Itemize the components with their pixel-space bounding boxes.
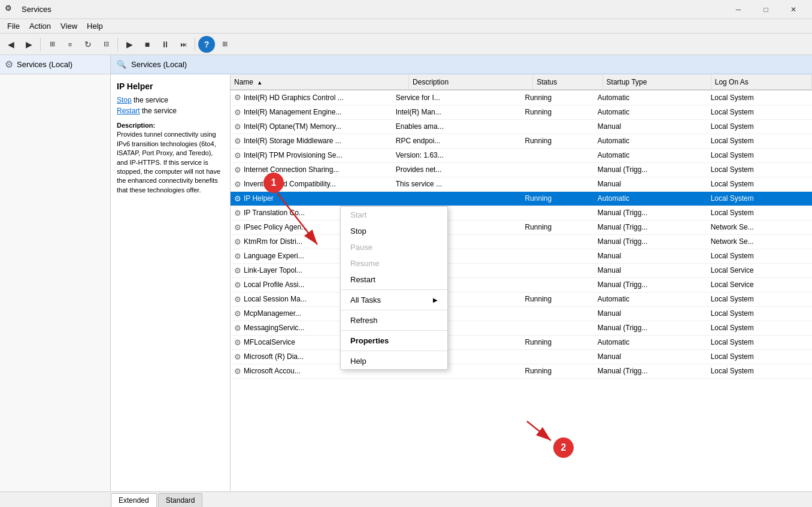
context-menu-item-refresh[interactable]: Refresh xyxy=(341,312,447,328)
cell-desc: RPC endpoi... xyxy=(392,134,522,148)
col-startup[interactable]: Startup Type xyxy=(602,74,711,90)
menu-help[interactable]: Help xyxy=(82,20,108,32)
col-description[interactable]: Description xyxy=(409,74,533,90)
cell-status: Running xyxy=(521,105,593,119)
menu-action[interactable]: Action xyxy=(25,20,56,32)
table-row[interactable]: ⚙Inventory and Compatibility...This serv… xyxy=(231,177,812,191)
list-button[interactable]: ≡ xyxy=(62,36,78,53)
services-local-icon: ⚙ xyxy=(5,59,13,70)
gear-icon: ⚙ xyxy=(234,237,241,246)
table-row[interactable]: ⚙Intel(R) Management Engine...Intel(R) M… xyxy=(231,105,812,119)
forward-button[interactable]: ▶ xyxy=(20,36,37,53)
cell-startup: Manual (Trigg... xyxy=(594,277,707,292)
col-name[interactable]: Name ▲ xyxy=(231,74,409,90)
close-button[interactable]: ✕ xyxy=(780,0,807,19)
cell-desc: Service for I... xyxy=(392,90,522,105)
context-menu-separator xyxy=(341,310,447,310)
cell-startup: Manual xyxy=(594,263,707,277)
table-row[interactable]: ⚙Link-Layer Topol...ManualLocal Service xyxy=(231,263,812,277)
table-row[interactable]: ⚙McpManagemer...ManualLocal System xyxy=(231,306,812,321)
stop-button[interactable]: ■ xyxy=(139,36,156,53)
cell-logon: Local System xyxy=(707,349,812,364)
cell-startup: Manual xyxy=(594,119,707,134)
table-row[interactable]: ⚙MessagingServic...Manual (Trigg...Local… xyxy=(231,321,812,335)
properties-button[interactable]: ⊞ xyxy=(216,36,233,53)
col-status[interactable]: Status xyxy=(533,74,602,90)
table-row[interactable]: ⚙Intel(R) Storage Middleware ...RPC endp… xyxy=(231,134,812,148)
table-header-row: Name ▲ Description Status Startup Type L… xyxy=(231,74,812,90)
cell-status xyxy=(521,263,593,277)
cell-logon: Network Se... xyxy=(707,234,812,249)
context-menu-item-all-tasks[interactable]: All Tasks▶ xyxy=(341,292,447,308)
sort-arrow: ▲ xyxy=(257,80,262,86)
table-row[interactable]: ⚙Language Experi...ManualLocal System xyxy=(231,249,812,263)
cell-status: Running xyxy=(521,134,593,148)
cell-logon: Local System xyxy=(707,364,812,378)
table-row[interactable]: ⚙IPsec Policy Agen...RunningManual (Trig… xyxy=(231,220,812,234)
cell-logon: Local System xyxy=(707,134,812,148)
table-row[interactable]: ⚙Intel(R) Optane(TM) Memory...Enables am… xyxy=(231,119,812,134)
cell-status xyxy=(521,206,593,220)
content-split: IP Helper Stop the service Restart the s… xyxy=(111,74,812,491)
tab-standard[interactable]: Standard xyxy=(158,493,203,507)
tab-extended[interactable]: Extended xyxy=(111,493,157,507)
play-button[interactable]: ▶ xyxy=(121,36,138,53)
context-menu-item-start: Start xyxy=(341,207,447,223)
cell-status xyxy=(521,119,593,134)
context-menu-item-pause: Pause xyxy=(341,239,447,255)
stop-service-link[interactable]: Stop xyxy=(117,96,132,104)
left-panel-title: Services (Local) xyxy=(17,60,72,69)
context-menu-separator xyxy=(341,289,447,290)
back-button[interactable]: ◀ xyxy=(2,36,19,53)
help-button[interactable]: ? xyxy=(198,36,215,53)
table-row[interactable]: ⚙IP HelperRunningAutomaticLocal System xyxy=(231,191,812,206)
cell-name: ⚙Intel(R) Storage Middleware ... xyxy=(231,134,392,148)
table-row[interactable]: ⚙Local Profile Assi...Manual (Trigg...Lo… xyxy=(231,277,812,292)
table-scroll[interactable]: ⚙Intel(R) HD Graphics Control ...Service… xyxy=(231,90,812,491)
cell-status xyxy=(521,148,593,162)
table-row[interactable]: ⚙Internet Connection Sharing...Provides … xyxy=(231,162,812,177)
table-row[interactable]: ⚙MFLocalServiceRunningAutomaticLocal Sys… xyxy=(231,335,812,349)
restart-button[interactable]: ⏭ xyxy=(175,36,192,53)
col-logon[interactable]: Log On As xyxy=(711,74,811,90)
table-row[interactable]: ⚙Intel(R) HD Graphics Control ...Service… xyxy=(231,90,812,105)
cell-startup: Automatic xyxy=(594,148,707,162)
table-row[interactable]: ⚙IP Translation Co...Manual (Trigg...Loc… xyxy=(231,206,812,220)
table-row[interactable]: ⚙Intel(R) TPM Provisioning Se...Version:… xyxy=(231,148,812,162)
cell-startup: Automatic xyxy=(594,105,707,119)
cell-startup: Manual (Trigg... xyxy=(594,234,707,249)
cell-status xyxy=(521,306,593,321)
context-menu-item-restart[interactable]: Restart xyxy=(341,271,447,288)
cell-startup: Manual xyxy=(594,349,707,364)
cell-startup: Manual (Trigg... xyxy=(594,162,707,177)
context-menu-item-help[interactable]: Help xyxy=(341,353,447,369)
cell-name: ⚙Intel(R) HD Graphics Control ... xyxy=(231,90,392,105)
context-menu-item-properties[interactable]: Properties xyxy=(341,333,447,349)
gear-icon: ⚙ xyxy=(234,165,241,174)
left-panel-header[interactable]: ⚙ Services (Local) xyxy=(0,55,110,74)
refresh-button[interactable]: ↻ xyxy=(80,36,96,53)
context-menu-item-stop[interactable]: Stop xyxy=(341,223,447,239)
table-row[interactable]: ⚙KtmRm for Distri...Manual (Trigg...Netw… xyxy=(231,234,812,249)
show-hide-button[interactable]: ⊞ xyxy=(44,36,60,53)
gear-icon: ⚙ xyxy=(234,93,241,102)
menu-view[interactable]: View xyxy=(56,20,82,32)
cell-name: ⚙Internet Connection Sharing... xyxy=(231,162,392,177)
export-button[interactable]: ⊟ xyxy=(98,36,114,53)
table-row[interactable]: ⚙Microsoft Accou...RunningManual (Trigg.… xyxy=(231,364,812,378)
table-row[interactable]: ⚙Local Session Ma...RunningAutomaticLoca… xyxy=(231,292,812,306)
gear-icon: ⚙ xyxy=(234,338,241,347)
cell-status: Running xyxy=(521,335,593,349)
cell-startup: Manual xyxy=(594,249,707,263)
description-panel: IP Helper Stop the service Restart the s… xyxy=(111,74,231,491)
gear-icon: ⚙ xyxy=(234,295,241,304)
pause-button[interactable]: ⏸ xyxy=(157,36,174,53)
menu-file[interactable]: File xyxy=(2,20,25,32)
table-row[interactable]: ⚙Microsoft (R) Dia...ManualLocal System xyxy=(231,349,812,364)
cell-startup: Manual (Trigg... xyxy=(594,364,707,378)
maximize-button[interactable]: □ xyxy=(752,0,780,19)
restart-service-link[interactable]: Restart xyxy=(117,107,140,115)
minimize-button[interactable]: ─ xyxy=(725,0,752,19)
cell-name: ⚙Intel(R) TPM Provisioning Se... xyxy=(231,148,392,162)
services-rows-table: ⚙Intel(R) HD Graphics Control ...Service… xyxy=(231,90,812,379)
